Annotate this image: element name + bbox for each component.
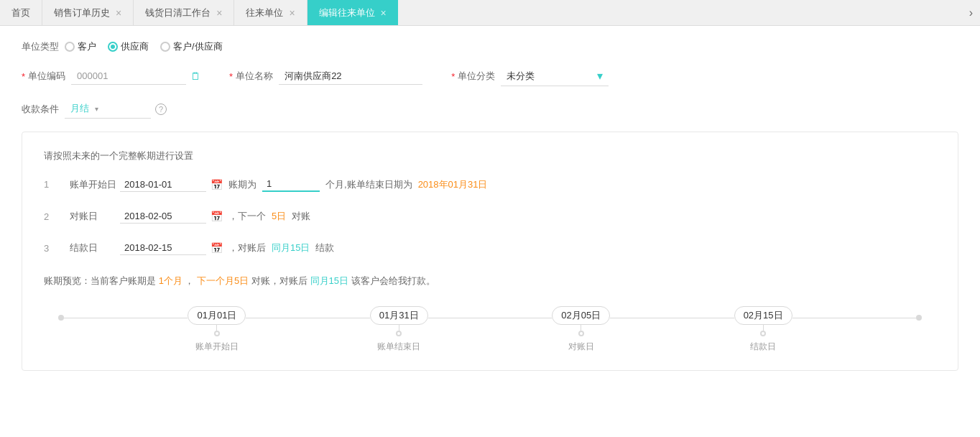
- timeline-node-4: 02月15日 结款日: [734, 306, 792, 353]
- radio-supplier-circle: [108, 42, 118, 52]
- timeline-seg-1: [246, 318, 369, 318]
- period-text-2b: 对账: [292, 210, 310, 223]
- period-date-1[interactable]: [120, 178, 206, 192]
- preview-part2: 下一个月5日: [197, 275, 249, 286]
- unit-name-label: 单位名称: [236, 70, 273, 83]
- tab-sales-order-history[interactable]: 销售订单历史 ×: [42, 0, 134, 25]
- payment-condition-help[interactable]: ?: [155, 104, 167, 115]
- timeline-bubble-4: 02月15日: [734, 306, 792, 325]
- timeline-connector-4: [763, 325, 764, 331]
- unit-classify-chevron: ▾: [597, 69, 603, 83]
- period-label-3: 结款日: [70, 242, 120, 254]
- period-text-2a: ，下一个: [228, 210, 266, 223]
- tab-partner-units[interactable]: 往来单位 ×: [234, 0, 307, 25]
- timeline-bubble-2: 01月31日: [370, 306, 428, 325]
- unit-name-input[interactable]: [279, 68, 422, 85]
- timeline-right-end: [916, 315, 922, 321]
- period-text-3a: ，对账后: [228, 242, 266, 254]
- timeline-seg-2: [428, 318, 552, 318]
- period-row-1: 1 账单开始日 📅 账期为 个月,账单结束日期为 2018年01月31日: [44, 177, 936, 192]
- unit-classify-label: 单位分类: [458, 70, 495, 83]
- tab-more-button[interactable]: ›: [962, 0, 980, 25]
- preview-part1: 1个月: [159, 275, 182, 286]
- period-calendar-3[interactable]: 📅: [211, 242, 223, 254]
- timeline-label-3: 对账日: [568, 341, 594, 353]
- timeline-dot-2: [396, 331, 402, 336]
- payment-condition-label: 收款条件: [22, 103, 59, 116]
- unit-classify-group: * 单位分类 未分类 ▾: [451, 66, 609, 86]
- unit-type-row: 单位类型 客户 供应商 客户/供应商: [22, 40, 958, 53]
- period-highlight-3: 同月15日: [272, 242, 310, 254]
- period-settings-box: 请按照未来的一个完整帐期进行设置 1 账单开始日 📅 账期为 个月,账单结束日期…: [22, 132, 958, 371]
- timeline-dot-4: [760, 331, 766, 336]
- tab-cash-goods-workbench[interactable]: 钱货日清工作台 ×: [134, 0, 234, 25]
- preview-part3-prefix: 对账，对账后: [251, 275, 308, 286]
- period-label-1: 账单开始日: [70, 178, 120, 191]
- timeline-node-1: 01月01日 账单开始日: [188, 306, 246, 353]
- unit-type-radio-group: 客户 供应商 客户/供应商: [65, 40, 223, 53]
- radio-customer[interactable]: 客户: [65, 40, 96, 53]
- tab-bar: 首页 销售订单历史 × 钱货日清工作台 × 往来单位 × 编辑往来单位 × ›: [0, 0, 980, 26]
- timeline-container: 01月01日 账单开始日 01月31日 账单结束日: [44, 306, 936, 353]
- tab-close-sales-order[interactable]: ×: [116, 8, 121, 18]
- timeline-seg-3: [610, 318, 734, 318]
- period-calendar-1[interactable]: 📅: [211, 179, 223, 190]
- timeline-left-dot: [58, 315, 64, 321]
- timeline-node-2: 01月31日 账单结束日: [370, 306, 428, 353]
- preview-suffix: 该客户会给我打款。: [351, 275, 435, 286]
- period-text-1b: 个月,账单结束日期为: [325, 178, 412, 191]
- timeline-label-2: 账单结束日: [377, 341, 420, 353]
- period-highlight-1: 2018年01月31日: [418, 178, 488, 191]
- timeline-seg-4: [792, 318, 916, 318]
- tab-close-edit-partner[interactable]: ×: [381, 8, 387, 18]
- timeline-left-end: [58, 315, 64, 321]
- tab-home[interactable]: 首页: [0, 0, 42, 25]
- tab-edit-partner-unit[interactable]: 编辑往来单位 ×: [308, 0, 398, 25]
- period-row-2: 2 对账日 📅 ，下一个 5日 对账: [44, 209, 936, 224]
- unit-code-input[interactable]: [71, 68, 186, 85]
- unit-classify-required: *: [451, 71, 455, 82]
- timeline-seg-0: [64, 318, 188, 318]
- timeline-connector-2: [399, 325, 399, 331]
- radio-customer-circle: [65, 42, 75, 52]
- payment-condition-row: 收款条件 月结 ▾ ?: [22, 99, 958, 119]
- preview-section: 账期预览：当前客户账期是 1个月 ， 下一个月5日 对账，对账后 同月15日 该…: [44, 272, 936, 353]
- preview-part3: 同月15日: [310, 275, 348, 286]
- timeline-dot-3: [578, 331, 584, 336]
- unit-code-label: 单位编码: [28, 70, 65, 83]
- period-text-3b: 结款: [315, 242, 334, 254]
- tab-close-cash-goods[interactable]: ×: [216, 8, 222, 18]
- period-date-2[interactable]: [120, 209, 206, 224]
- period-label-2: 对账日: [70, 210, 120, 223]
- timeline-right-dot: [916, 315, 922, 321]
- preview-prefix: 账期预览：当前客户账期是: [44, 275, 156, 286]
- timeline-label-1: 账单开始日: [195, 341, 239, 353]
- unit-name-required: *: [229, 71, 233, 82]
- timeline-label-4: 结款日: [750, 341, 776, 353]
- timeline-bubble-3: 02月05日: [552, 306, 610, 325]
- period-num-3: 3: [44, 243, 58, 254]
- timeline-connector-3: [581, 325, 581, 331]
- period-num-2: 2: [44, 211, 58, 222]
- period-calendar-2[interactable]: 📅: [211, 211, 223, 222]
- period-date-3[interactable]: [120, 241, 206, 255]
- radio-customer-supplier[interactable]: 客户/供应商: [160, 40, 223, 53]
- timeline-bubble-1: 01月01日: [188, 306, 246, 325]
- period-num-1: 1: [44, 179, 58, 190]
- main-content: 单位类型 客户 供应商 客户/供应商 * 单位编码 🗒 * 单位名称: [0, 26, 980, 437]
- period-highlight-2: 5日: [272, 210, 286, 223]
- tab-close-partner-units[interactable]: ×: [289, 8, 295, 18]
- payment-condition-select[interactable]: 月结 ▾: [65, 99, 151, 119]
- timeline-node-3: 02月05日 对账日: [552, 306, 610, 353]
- unit-classify-select[interactable]: 未分类 ▾: [501, 66, 609, 86]
- radio-supplier[interactable]: 供应商: [108, 40, 149, 53]
- period-text-1a: 账期为: [228, 178, 256, 191]
- preview-part2-prefix: ，: [185, 275, 194, 286]
- timeline-connector-1: [216, 325, 217, 331]
- payment-condition-chevron: ▾: [95, 105, 98, 113]
- period-num-input-1[interactable]: [262, 177, 320, 192]
- period-box-title: 请按照未来的一个完整帐期进行设置: [44, 150, 936, 162]
- timeline-dot-1: [214, 331, 220, 336]
- unit-info-row: * 单位编码 🗒 * 单位名称 * 单位分类 未分类 ▾: [22, 66, 958, 86]
- unit-code-icon[interactable]: 🗒: [190, 70, 200, 82]
